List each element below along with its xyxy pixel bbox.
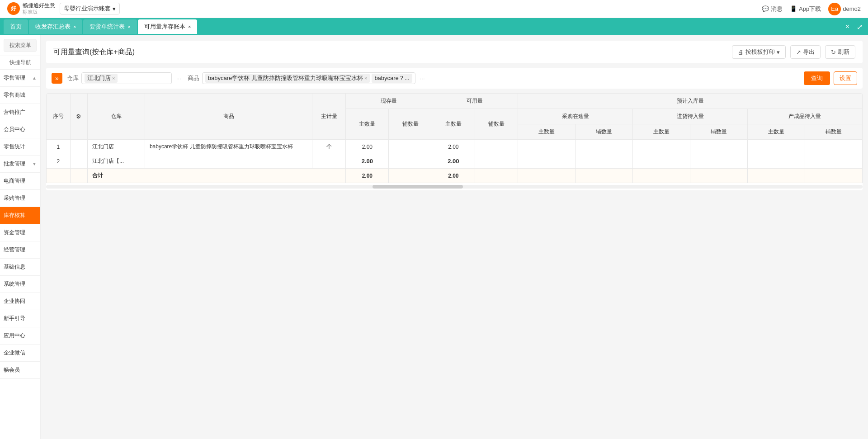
sidebar-item-basic[interactable]: 基础信息 (0, 259, 40, 276)
logo-area: 好 畅捷通好生意 标准版 (7, 2, 55, 15)
tab-orders[interactable]: 要货单统计表 × (83, 19, 137, 34)
product-tag-0-close[interactable]: × (364, 76, 367, 81)
warehouse-tag-0-close[interactable]: × (112, 76, 115, 81)
cell-gear-0[interactable] (70, 140, 87, 154)
warehouse-tag-0[interactable]: 江北门店 × (85, 74, 118, 83)
sidebar-item-wechat-label: 企业微信 (4, 349, 25, 357)
cell-available-aux-1 (475, 154, 518, 169)
cell-gear-1[interactable] (70, 154, 87, 169)
sidebar-item-inventory-label: 库存核算 (4, 212, 25, 219)
cell-purchase-main-0 (518, 140, 576, 154)
tab-receipts-label: 收发存汇总表 (35, 23, 71, 31)
th-products-aux: 辅数量 (805, 124, 862, 140)
sidebar-item-wechat[interactable]: 企业微信 (0, 345, 40, 362)
export-button[interactable]: ↗ 导出 (790, 45, 821, 59)
product-filter-label: 商品 (188, 74, 199, 82)
total-products-main (747, 169, 805, 183)
sidebar-item-guide[interactable]: 新手引导 (0, 310, 40, 327)
sidebar-item-appstore[interactable]: 应用中心 (0, 327, 40, 345)
message-button[interactable]: 💬 消息 (762, 5, 783, 13)
sidebar-item-finance[interactable]: 资金管理 (0, 224, 40, 241)
warehouse-more-icon[interactable]: ··· (175, 75, 183, 82)
sidebar-item-ecommerce-label: 电商管理 (4, 177, 25, 185)
cell-unit-1 (312, 154, 346, 169)
message-label: 消息 (771, 5, 783, 13)
sidebar-nav-label[interactable]: 快捷导航 (0, 56, 40, 70)
cell-product-0: babycare学饮杯 儿童防摔防撞吸管杯重力球吸嘴杯宝宝水杯 (145, 140, 312, 154)
total-stock-aux (389, 169, 432, 183)
sidebar-item-inventory[interactable]: 库存核算 (0, 207, 40, 224)
cell-pending-aux-0 (690, 140, 748, 154)
expand-button[interactable]: ⤢ (855, 21, 864, 33)
sidebar-item-zero-stat-label: 零售统计 (4, 143, 25, 151)
sidebar-item-zero-mall[interactable]: 零售商城 (0, 87, 40, 104)
cell-purchase-aux-1 (576, 154, 633, 169)
tab-home-label: 首页 (10, 23, 22, 31)
main-layout: 搜索菜单 快捷导航 零售管理 ▲ 零售商城 营销推广 会员中心 零售统计 批发管… (0, 35, 868, 439)
product-tag-1[interactable]: babycare？... (372, 74, 412, 83)
query-button[interactable]: 查询 (804, 71, 830, 85)
sidebar-item-operations-label: 经营管理 (4, 246, 25, 254)
tab-available[interactable]: 可用量库存账本 × (138, 19, 197, 34)
column-settings-icon[interactable]: ⚙ (76, 113, 81, 120)
app-download-button[interactable]: 📱 App下载 (790, 5, 821, 13)
cell-purchase-aux-0 (576, 140, 633, 154)
table-row: 1 江北门店 babycare学饮杯 儿童防摔防撞吸管杯重力球吸嘴杯宝宝水杯 个… (47, 140, 863, 154)
sidebar-item-enterprise[interactable]: 企业协同 (0, 293, 40, 310)
close-all-tabs-button[interactable]: × (844, 21, 851, 33)
page-title: 可用量查询(按仓库+商品) (53, 47, 135, 57)
cell-products-aux-0 (805, 140, 862, 154)
sidebar-item-wholesale[interactable]: 批发管理 ▼ (0, 156, 40, 173)
sidebar-item-ecommerce[interactable]: 电商管理 (0, 173, 40, 190)
sidebar-item-system-label: 系统管理 (4, 280, 25, 288)
tab-orders-close[interactable]: × (127, 24, 130, 29)
sidebar-item-zero-stat[interactable]: 零售统计 (0, 138, 40, 156)
export-label: 导出 (803, 48, 815, 56)
cell-stock-aux-1 (389, 154, 432, 169)
sidebar-item-system[interactable]: 系统管理 (0, 276, 40, 293)
cell-pending-main-1 (633, 154, 690, 169)
sidebar-item-member2-label: 畅会员 (4, 366, 20, 374)
horizontal-scrollbar[interactable] (46, 185, 863, 189)
industry-selector[interactable]: 母婴行业演示账套 ▾ (60, 3, 120, 14)
product-more-icon[interactable]: ··· (418, 75, 427, 82)
tab-receipts-close[interactable]: × (73, 24, 76, 29)
user-menu[interactable]: Ea demo2 (828, 3, 861, 15)
sidebar-item-marketing[interactable]: 营销推广 (0, 104, 40, 121)
product-tags-container[interactable]: babycare学饮杯 儿童防摔防撞吸管杯重力球吸嘴杯宝宝水杯 × babyca… (202, 72, 415, 84)
sidebar-item-purchase[interactable]: 采购管理 (0, 190, 40, 207)
th-gear[interactable]: ⚙ (70, 94, 87, 140)
th-warehouse: 仓库 (87, 94, 145, 140)
sidebar-item-enterprise-label: 企业协同 (4, 297, 25, 305)
tab-receipts[interactable]: 收发存汇总表 × (29, 19, 82, 34)
th-available-main: 主数量 (432, 109, 475, 140)
product-tag-0[interactable]: babycare学饮杯 儿童防摔防撞吸管杯重力球吸嘴杯宝宝水杯 × (205, 74, 370, 83)
app-download-label: App下载 (799, 5, 821, 13)
logo-text-area: 畅捷通好生意 标准版 (23, 2, 55, 15)
filter-toggle-button[interactable]: » (52, 73, 62, 84)
settings-button[interactable]: 设置 (834, 71, 857, 85)
sidebar-item-member2[interactable]: 畅会员 (0, 362, 40, 379)
sidebar-item-operations[interactable]: 经营管理 (0, 241, 40, 259)
th-product: 商品 (145, 94, 312, 140)
th-pending-aux: 辅数量 (690, 124, 748, 140)
sidebar-item-zero-mall-label: 零售商城 (4, 91, 25, 99)
table-row: 2 江北门店【... 2.00 2.00 (47, 154, 863, 169)
th-main-unit: 主计量 (312, 94, 346, 140)
cell-row-num-1: 2 (47, 154, 71, 169)
sidebar-item-member[interactable]: 会员中心 (0, 121, 40, 138)
total-purchase-main (518, 169, 576, 183)
search-menu-button[interactable]: 搜索菜单 (4, 39, 37, 52)
cell-warehouse-1: 江北门店【... (87, 154, 145, 169)
scrollbar-thumb[interactable] (373, 185, 463, 189)
th-pending-main: 主数量 (633, 124, 690, 140)
refresh-button[interactable]: ↻ 刷新 (825, 45, 855, 59)
avatar: Ea (828, 3, 841, 15)
th-current-stock-group: 现存量 (346, 94, 432, 109)
warehouse-tags-container[interactable]: 江北门店 × (81, 72, 172, 84)
tab-home[interactable]: 首页 (4, 19, 28, 34)
print-button[interactable]: 🖨 按模板打印 ▾ (732, 45, 786, 59)
sidebar-item-zero-retail[interactable]: 零售管理 ▲ (0, 70, 40, 87)
tab-available-close[interactable]: × (188, 24, 191, 29)
export-icon: ↗ (796, 49, 801, 56)
